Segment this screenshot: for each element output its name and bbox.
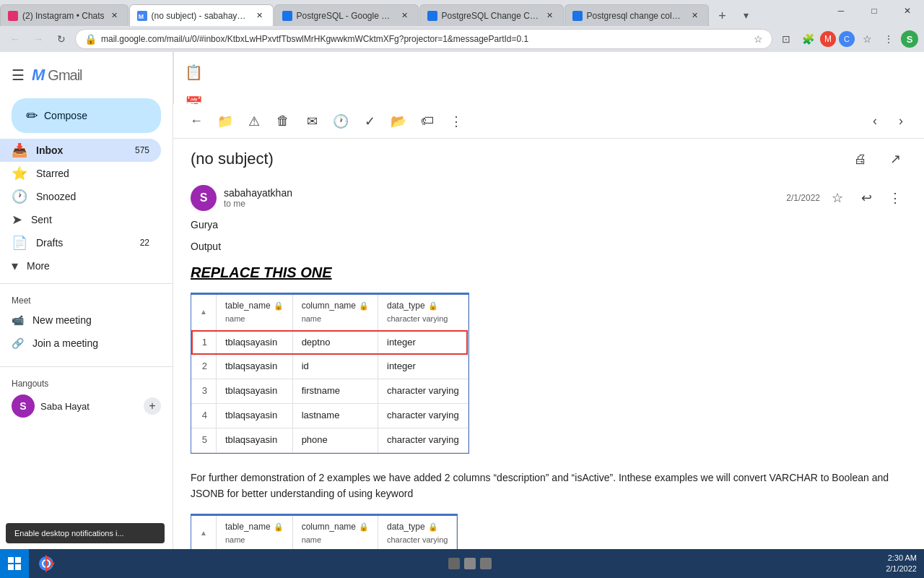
- email-subject-bar: (no subject) 🖨 ↗: [173, 139, 924, 179]
- tab-title-pg2: Postgresql change column...: [587, 11, 685, 21]
- table-name-cell: tblaqsayasin: [216, 428, 292, 452]
- minimize-button[interactable]: ─: [824, 0, 858, 22]
- row-num: 5: [191, 428, 216, 452]
- extensions-icon[interactable]: 🧩: [798, 30, 817, 48]
- table-name-cell: tblaqsayasin: [216, 403, 292, 428]
- gmail-logo-text: Gmail: [48, 67, 82, 84]
- compose-button[interactable]: ✏ Compose: [12, 98, 161, 133]
- svg-rect-4: [8, 564, 14, 570]
- column-name-cell: lastname: [292, 403, 378, 428]
- snooze-button[interactable]: 🕐: [329, 110, 352, 133]
- move-button[interactable]: 📂: [387, 110, 410, 133]
- star-message-button[interactable]: ☆: [826, 186, 849, 210]
- tab-docs[interactable]: PostgreSQL - Google Docs ✕: [274, 4, 419, 26]
- snoozed-icon: 🕐: [12, 189, 27, 204]
- tab-close-docs-icon[interactable]: ✕: [399, 10, 411, 22]
- more-icon[interactable]: ⋮: [879, 30, 898, 48]
- sidebar-item-sent[interactable]: ➤ Sent: [0, 208, 161, 231]
- email-body: Gurya Output REPLACE THIS ONE ▲: [191, 217, 907, 578]
- hangout-user-item[interactable]: S Saba Hayat +: [12, 392, 161, 420]
- col-data-type-header: data_type 🔒 character varying: [378, 294, 468, 330]
- print-button[interactable]: 🖨: [849, 147, 872, 171]
- tab-close-pg1-icon[interactable]: ✕: [544, 10, 556, 22]
- reload-button[interactable]: ↻: [52, 30, 71, 48]
- tab-close-pg2-icon[interactable]: ✕: [689, 10, 701, 22]
- tab-list-button[interactable]: ▾: [736, 4, 757, 26]
- forward-button[interactable]: →: [29, 30, 48, 48]
- reply-button[interactable]: ↩: [855, 186, 878, 210]
- tab-close-gmail-icon[interactable]: ✕: [254, 10, 266, 22]
- sidebar-item-starred[interactable]: ⭐ Starred: [0, 162, 161, 185]
- star-icon[interactable]: ☆: [754, 33, 763, 45]
- message-actions: 2/1/2022 ☆ ↩ ⋮: [786, 186, 907, 210]
- taskbar-time: 2:30 AM: [886, 553, 917, 564]
- lock2-icon-2: 🔒: [359, 521, 369, 534]
- join-meeting-label: Join a meeting: [32, 337, 98, 349]
- meet-section: Meet 📹 New meeting 🔗 Join a meeting: [0, 290, 173, 361]
- spam-button[interactable]: ⚠: [243, 110, 266, 133]
- close-button[interactable]: ✕: [891, 0, 924, 22]
- menu-icon[interactable]: ☰: [12, 66, 25, 84]
- back-button[interactable]: ←: [6, 30, 25, 48]
- gmail-logo: M Gmail: [32, 66, 82, 85]
- archive-button[interactable]: 📁: [214, 110, 237, 133]
- more-message-button[interactable]: ⋮: [884, 186, 907, 210]
- sent-label: Sent: [31, 214, 52, 225]
- svg-rect-3: [15, 557, 21, 563]
- new-tab-button[interactable]: +: [712, 6, 733, 26]
- table-row: 3 tblaqsayasin firstname character varyi…: [191, 379, 468, 404]
- start-button[interactable]: [0, 549, 29, 578]
- tab-favicon-docs: [282, 11, 292, 21]
- join-meeting-item[interactable]: 🔗 Join a meeting: [12, 332, 149, 355]
- table-row: 1 tblaqsayasin deptno integer: [191, 330, 468, 355]
- more-options-button[interactable]: ⋮: [445, 110, 468, 133]
- col2-header-top-3: data_type 🔒: [387, 520, 448, 534]
- labels-button[interactable]: 🏷: [416, 110, 439, 133]
- db-table-1-container: ▲ table_name 🔒 name: [191, 293, 469, 454]
- open-in-new-button[interactable]: ↗: [884, 147, 907, 171]
- browser-chrome: (2) Instagram • Chats ✕ M (no subject) -…: [0, 0, 924, 52]
- gmail-ext-icon[interactable]: M: [820, 31, 836, 47]
- starred-label: Starred: [36, 168, 69, 179]
- maximize-button[interactable]: □: [858, 0, 891, 22]
- sidebar-item-drafts[interactable]: 📄 Drafts 22: [0, 231, 161, 254]
- address-bar[interactable]: 🔒 mail.google.com/mail/u/0/#inbox/KtbxLw…: [75, 29, 772, 49]
- tasks-icon[interactable]: 📋: [180, 58, 209, 87]
- drafts-badge: 22: [140, 238, 149, 248]
- taskbar-chrome-icon[interactable]: [32, 549, 61, 578]
- lock-icon-1: 🔒: [274, 300, 284, 313]
- drafts-label: Drafts: [36, 237, 63, 249]
- meet-title: Meet: [12, 296, 161, 306]
- sidebar-divider2: [0, 366, 173, 367]
- chrome-ext-icon[interactable]: C: [839, 31, 855, 47]
- column-name-cell: firstname: [292, 379, 378, 404]
- new-meeting-item[interactable]: 📹 New meeting: [12, 309, 149, 332]
- tab-instagram[interactable]: (2) Instagram • Chats ✕: [0, 4, 128, 26]
- prev-email-button[interactable]: ‹: [863, 110, 886, 133]
- table-header-row: ▲ table_name 🔒 name: [191, 294, 468, 330]
- tab-close-icon[interactable]: ✕: [109, 10, 121, 22]
- add-task-button[interactable]: ✓: [358, 110, 381, 133]
- user-account-icon[interactable]: S: [901, 30, 918, 48]
- sidebar-item-inbox[interactable]: 📥 Inbox 575: [0, 139, 161, 162]
- col-header-top-3: data_type 🔒: [387, 299, 459, 313]
- tab-pg2[interactable]: Postgresql change column... ✕: [565, 4, 709, 26]
- mark-unread-button[interactable]: ✉: [300, 110, 323, 133]
- lock2-icon-1: 🔒: [274, 521, 284, 534]
- col2-table-name-sub: name: [225, 534, 284, 547]
- hangout-add-button[interactable]: +: [144, 397, 161, 415]
- delete-button[interactable]: 🗑: [271, 110, 295, 133]
- col-table-name-label: table_name: [225, 299, 271, 313]
- back-to-inbox-button[interactable]: ←: [185, 110, 208, 133]
- sidebar-item-snoozed[interactable]: 🕐 Snoozed: [0, 185, 161, 208]
- cast-icon[interactable]: ⊡: [777, 30, 796, 48]
- tab-pg1[interactable]: PostgreSQL Change Colum... ✕: [419, 4, 564, 26]
- lock-icon-3: 🔒: [428, 300, 438, 313]
- sidebar-item-more[interactable]: ▾ More: [0, 254, 161, 277]
- tab-gmail[interactable]: M (no subject) - sabahayatkh... ✕: [129, 4, 274, 26]
- pagination-icons: ‹ ›: [863, 110, 912, 133]
- bookmark-icon[interactable]: ☆: [858, 30, 876, 48]
- next-email-button[interactable]: ›: [889, 110, 912, 133]
- sidebar-divider: [0, 283, 173, 284]
- col-table-name-header: table_name 🔒 name: [216, 294, 292, 330]
